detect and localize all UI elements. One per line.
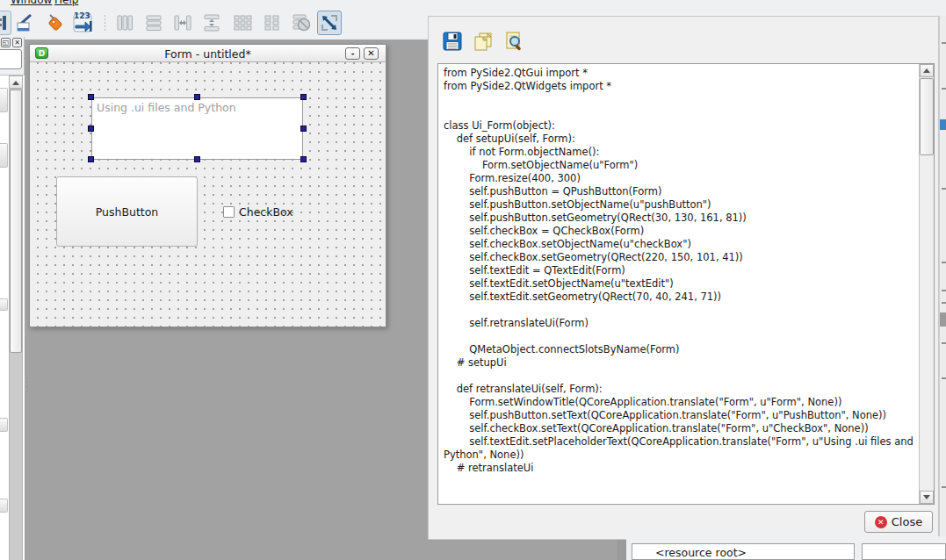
edit-buddies-button[interactable]: [42, 11, 67, 35]
code-preview-dialog: from PySide2.QtGui import * from PySide2…: [428, 16, 939, 540]
widget-filter-input[interactable]: [0, 49, 22, 69]
adjust-size-icon: [319, 12, 340, 33]
layout-horizontally-button[interactable]: [112, 11, 137, 35]
find-button[interactable]: [502, 30, 525, 53]
edit-buddies-icon: [44, 12, 65, 33]
resource-list[interactable]: [862, 543, 946, 560]
selection-handle-mid-right[interactable]: [300, 126, 307, 132]
break-layout-icon: [291, 12, 312, 33]
resource-tree[interactable]: <resource root>: [632, 543, 855, 560]
selection-handle-bottom-left[interactable]: [88, 156, 94, 162]
break-layout-button[interactable]: [289, 11, 314, 35]
edit-widgets-icon: [0, 13, 9, 32]
form-minimize-button[interactable]: -: [345, 47, 360, 60]
layout-grid-icon: [232, 12, 253, 33]
widget-category-item[interactable]: [0, 418, 8, 432]
edit-signals-slots-icon: [14, 12, 35, 33]
widget-category-item[interactable]: [0, 499, 8, 513]
edit-tab-order-icon: 123: [73, 13, 92, 32]
scrollbar-up-arrow[interactable]: [920, 64, 934, 77]
close-button-label: Close: [892, 515, 922, 528]
copy-button[interactable]: [472, 30, 495, 53]
selection-handle-bottom-center[interactable]: [194, 156, 200, 162]
selection-handle-bottom-right[interactable]: [300, 156, 307, 162]
widget-box-scrollbar[interactable]: [9, 75, 23, 560]
save-button[interactable]: [441, 30, 464, 53]
form-designer-window: D Form - untitled* - ✕ Using .ui files a…: [29, 44, 386, 327]
textedit-placeholder: Using .ui files and Python: [97, 101, 236, 114]
toolbar-separator: [104, 14, 106, 32]
menu-bar: Window Help: [0, 0, 946, 7]
scrollbar-thumb[interactable]: [920, 78, 934, 155]
close-icon: ✕: [875, 516, 887, 528]
property-editor-selected-row: [940, 119, 946, 130]
scrollbar-down-arrow[interactable]: [920, 491, 934, 504]
menu-item-help[interactable]: Help: [54, 0, 78, 6]
selection-handle-top-center[interactable]: [194, 94, 200, 100]
scrollbar-up-arrow[interactable]: [10, 76, 22, 89]
code-scrollbar[interactable]: [919, 64, 934, 504]
layout-vertically-icon: [143, 12, 164, 33]
selection-handle-top-right[interactable]: [300, 94, 307, 100]
layout-form-button[interactable]: [260, 11, 285, 35]
widget-category-item[interactable]: [0, 88, 8, 112]
layout-grid-button[interactable]: [230, 11, 255, 35]
selection-handle-top-left[interactable]: [88, 94, 94, 100]
dock-float-button[interactable]: ◱: [1, 38, 11, 47]
form-window-titlebar[interactable]: D Form - untitled* - ✕: [30, 45, 386, 62]
checkbox-indicator[interactable]: [223, 206, 235, 218]
layout-horizontal-splitter-button[interactable]: [170, 11, 195, 35]
generated-python-code[interactable]: from PySide2.QtGui import * from PySide2…: [438, 64, 919, 504]
find-icon: [503, 31, 524, 52]
resource-browser-panel: <resource root>: [626, 536, 946, 560]
dock-splitter[interactable]: [617, 540, 626, 560]
widget-category-item[interactable]: [0, 298, 8, 311]
layout-horizontal-splitter-icon: [172, 12, 193, 33]
checkbox-widget[interactable]: CheckBox: [223, 194, 312, 230]
qt-designer-screen: Window Help: [0, 0, 946, 560]
layout-form-icon: [262, 12, 283, 33]
selection-handle-mid-left[interactable]: [88, 126, 94, 132]
adjust-size-button[interactable]: [317, 11, 342, 35]
widget-box-list: [0, 75, 25, 560]
close-button[interactable]: ✕ Close: [864, 511, 933, 533]
layout-horizontally-icon: [114, 12, 135, 33]
widget-category-item[interactable]: [0, 143, 8, 168]
menu-item-window[interactable]: Window: [11, 0, 52, 6]
code-dialog-toolbar: [441, 30, 525, 54]
layout-vertical-splitter-button[interactable]: [199, 11, 224, 35]
edit-signals-slots-button[interactable]: [12, 11, 37, 35]
form-canvas[interactable]: Using .ui files and Python PushButton Ch…: [30, 62, 386, 327]
layout-vertically-button[interactable]: [141, 11, 166, 35]
checkbox-label: CheckBox: [239, 205, 293, 219]
scrollbar-thumb[interactable]: [10, 90, 22, 353]
widget-box-panel: ◱ ✕: [0, 37, 25, 560]
edit-tab-order-button[interactable]: 123: [70, 11, 95, 35]
save-icon: [442, 31, 463, 52]
code-view[interactable]: from PySide2.QtGui import * from PySide2…: [437, 63, 935, 505]
edit-widgets-button[interactable]: [0, 11, 11, 35]
form-window-title: Form - untitled*: [30, 47, 386, 61]
resource-root-item[interactable]: <resource root>: [655, 546, 747, 559]
dock-resize-grip[interactable]: [25, 376, 28, 395]
pushbutton-widget[interactable]: PushButton: [56, 176, 198, 247]
textedit-widget[interactable]: Using .ui files and Python: [91, 97, 303, 160]
property-editor-edge: [939, 16, 946, 560]
form-close-button[interactable]: ✕: [364, 47, 379, 60]
layout-vertical-splitter-icon: [201, 12, 222, 33]
copy-icon: [473, 31, 494, 52]
dock-close-button[interactable]: ✕: [12, 38, 22, 47]
